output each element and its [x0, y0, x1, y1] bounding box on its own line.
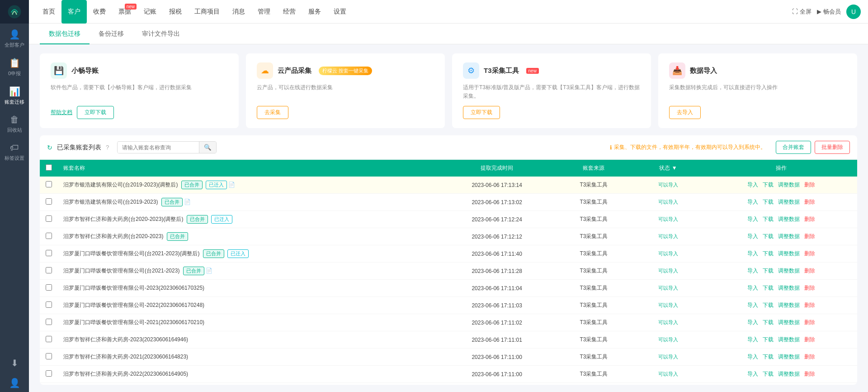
sidebar-item-tag-settings[interactable]: 🏷 标签设置 — [0, 137, 29, 165]
import-action-button[interactable]: 导入 — [747, 370, 758, 378]
cloud-icon: ☁ — [257, 62, 273, 79]
adjust-data-action-button[interactable]: 调整数据 — [778, 250, 800, 258]
adjust-data-action-button[interactable]: 调整数据 — [778, 181, 800, 189]
refresh-icon[interactable]: ↻ — [47, 144, 52, 151]
delete-action-button[interactable]: 删除 — [804, 370, 815, 378]
import-action-button[interactable]: 导入 — [747, 267, 758, 275]
row-checkbox[interactable] — [46, 215, 52, 222]
delete-action-button[interactable]: 删除 — [804, 336, 815, 344]
download-action-button[interactable]: 下载 — [763, 267, 774, 275]
import-action-button[interactable]: 导入 — [747, 284, 758, 292]
adjust-data-action-button[interactable]: 调整数据 — [778, 198, 800, 206]
sidebar-item-recycle[interactable]: 🗑 回收站 — [0, 109, 29, 137]
download-action-button[interactable]: 下载 — [763, 284, 774, 292]
sidebar-item-account-transfer[interactable]: 📊 账套迁移 — [0, 81, 29, 109]
nav-business[interactable]: 工商项目 — [188, 0, 226, 24]
nav-home[interactable]: 首页 — [36, 0, 61, 24]
nav-messages[interactable]: 消息 — [226, 0, 251, 24]
user-avatar[interactable]: U — [846, 5, 861, 19]
delete-action-button[interactable]: 删除 — [804, 284, 815, 292]
tab-audit-export[interactable]: 审计文件导出 — [133, 24, 189, 44]
app-logo[interactable] — [0, 0, 29, 24]
delete-action-button[interactable]: 删除 — [804, 233, 815, 240]
download-action-button[interactable]: 下载 — [763, 250, 774, 258]
row-checkbox[interactable] — [46, 301, 52, 308]
tab-data-migration[interactable]: 数据包迁移 — [40, 24, 90, 44]
row-checkbox[interactable] — [46, 319, 52, 325]
import-action-button[interactable]: 导入 — [747, 336, 758, 344]
sidebar-item-download[interactable]: ⬇ — [0, 352, 29, 372]
nav-operations[interactable]: 经营 — [277, 0, 302, 24]
nav-manage[interactable]: 管理 — [251, 0, 277, 24]
download-action-button[interactable]: 下载 — [763, 301, 774, 309]
download-action-button[interactable]: 下载 — [763, 233, 774, 240]
download-now-button[interactable]: 立即下载 — [77, 106, 114, 119]
help-doc-link[interactable]: 帮助文档 — [51, 109, 72, 116]
row-checkbox[interactable] — [46, 198, 52, 205]
delete-action-button[interactable]: 删除 — [804, 181, 815, 189]
nav-billing[interactable]: 收费 — [87, 0, 112, 24]
sidebar-item-user-profile[interactable]: 👤 — [0, 372, 29, 392]
import-action-button[interactable]: 导入 — [747, 301, 758, 309]
delete-action-button[interactable]: 删除 — [804, 319, 815, 326]
fullscreen-button[interactable]: ⛶ 全屏 — [792, 8, 811, 16]
download-action-button[interactable]: 下载 — [763, 336, 774, 344]
adjust-data-action-button[interactable]: 调整数据 — [778, 301, 800, 309]
row-checkbox[interactable] — [46, 267, 52, 273]
delete-action-button[interactable]: 删除 — [804, 250, 815, 258]
search-button[interactable]: 🔍 — [199, 142, 216, 153]
row-checkbox[interactable] — [46, 370, 52, 377]
import-action-button[interactable]: 导入 — [747, 319, 758, 326]
delete-action-button[interactable]: 删除 — [804, 215, 815, 223]
row-checkbox[interactable] — [46, 336, 52, 342]
adjust-data-action-button[interactable]: 调整数据 — [778, 353, 800, 361]
adjust-data-action-button[interactable]: 调整数据 — [778, 215, 800, 223]
delete-action-button[interactable]: 删除 — [804, 301, 815, 309]
adjust-data-action-button[interactable]: 调整数据 — [778, 370, 800, 378]
import-action-button[interactable]: 导入 — [747, 215, 758, 223]
download-action-button[interactable]: 下载 — [763, 353, 774, 361]
download-action-button[interactable]: 下载 — [763, 215, 774, 223]
import-action-button[interactable]: 导入 — [747, 198, 758, 206]
import-action-button[interactable]: 导入 — [747, 353, 758, 361]
row-checkbox[interactable] — [46, 181, 52, 187]
adjust-data-action-button[interactable]: 调整数据 — [778, 336, 800, 344]
nav-invoice[interactable]: 票据 new — [112, 0, 137, 24]
select-all-checkbox[interactable] — [46, 164, 52, 171]
adjust-data-action-button[interactable]: 调整数据 — [778, 319, 800, 326]
download-action-button[interactable]: 下载 — [763, 198, 774, 206]
delete-action-button[interactable]: 删除 — [804, 353, 815, 361]
adjust-data-action-button[interactable]: 调整数据 — [778, 284, 800, 292]
help-icon[interactable]: ? — [106, 144, 109, 151]
nav-accounting[interactable]: 记账 — [137, 0, 163, 24]
nav-service[interactable]: 服务 — [302, 0, 327, 24]
go-collect-button[interactable]: 去采集 — [257, 106, 288, 119]
sidebar-item-zero-report[interactable]: 📋 0申报 — [0, 52, 29, 81]
adjust-data-action-button[interactable]: 调整数据 — [778, 233, 800, 240]
search-input[interactable] — [118, 142, 199, 153]
row-checkbox[interactable] — [46, 233, 52, 239]
t3-download-button[interactable]: 立即下载 — [463, 106, 500, 119]
nav-settings[interactable]: 设置 — [327, 0, 353, 24]
download-action-button[interactable]: 下载 — [763, 319, 774, 326]
nav-tax[interactable]: 报税 — [163, 0, 188, 24]
go-import-button[interactable]: 去导入 — [669, 106, 701, 119]
download-action-button[interactable]: 下载 — [763, 181, 774, 189]
sidebar-item-label: 账套迁移 — [5, 99, 24, 105]
adjust-data-action-button[interactable]: 调整数据 — [778, 267, 800, 275]
row-checkbox[interactable] — [46, 284, 52, 291]
import-action-button[interactable]: 导入 — [747, 181, 758, 189]
delete-action-button[interactable]: 删除 — [804, 198, 815, 206]
import-action-button[interactable]: 导入 — [747, 250, 758, 258]
batch-delete-button[interactable]: 批量删除 — [815, 141, 850, 154]
row-checkbox[interactable] — [46, 250, 52, 256]
member-button[interactable]: ▶ 畅会员 — [817, 8, 841, 16]
sidebar-item-all-clients[interactable]: 👤 全部客户 — [0, 24, 29, 52]
delete-action-button[interactable]: 删除 — [804, 267, 815, 275]
row-checkbox[interactable] — [46, 353, 52, 359]
download-action-button[interactable]: 下载 — [763, 370, 774, 378]
import-action-button[interactable]: 导入 — [747, 233, 758, 240]
nav-client[interactable]: 客户 — [61, 0, 87, 24]
tab-backup-transfer[interactable]: 备份迁移 — [90, 24, 133, 44]
merge-account-button[interactable]: 合并账套 — [776, 141, 811, 154]
